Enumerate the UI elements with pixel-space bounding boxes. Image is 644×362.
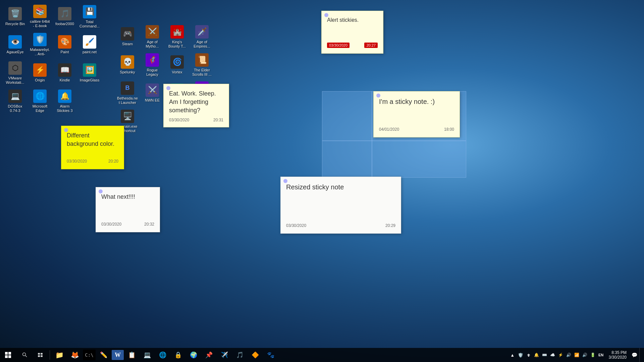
icon-paint-net[interactable]: 🖌️ paint.net <box>78 32 101 58</box>
show-desktop[interactable] <box>639 348 641 362</box>
icon-spelunky[interactable]: 💀 Spelunky <box>116 52 139 78</box>
sticky-footer-im: 04/01/2020 18:00 <box>379 127 454 132</box>
taskbar-task-view[interactable] <box>33 348 48 362</box>
tray-icon5[interactable]: 📶 <box>573 351 581 359</box>
sticky-pin-alert <box>324 13 328 17</box>
tray-battery[interactable]: 🔋 <box>589 351 597 359</box>
sticky-note-yellow[interactable]: Different background color. 03/30/2020 2… <box>61 126 124 169</box>
blue-panel-topleft <box>322 91 372 141</box>
sticky-content-whatnext: What next!!!! <box>101 193 154 219</box>
sticky-pin-resized <box>283 179 287 183</box>
sticky-content-yellow: Different background color. <box>67 131 118 156</box>
icon-vmware[interactable]: ⬡ VMware Workstati... <box>3 60 27 86</box>
tray-onedrive[interactable]: ☁️ <box>549 351 556 359</box>
sticky-note-im[interactable]: I'm a sticky note. :) 04/01/2020 18:00 <box>373 91 460 137</box>
tray-volume[interactable]: 🔊 <box>581 351 589 359</box>
icon-vortex[interactable]: 🌀 Vortex <box>165 52 189 78</box>
sticky-pin-whatnext <box>99 189 103 193</box>
sticky-content-im: I'm a sticky note. :) <box>379 97 454 124</box>
icon-empty <box>78 88 101 115</box>
tray-icon2[interactable]: ⌨️ <box>541 351 548 359</box>
sticky-note-eat-work[interactable]: Eat. Work. Sleep. Am I forgetting someth… <box>163 84 229 127</box>
tray-antivirus[interactable]: 🛡️ <box>517 351 524 359</box>
taskbar-firefox[interactable]: 🦊 <box>67 348 82 362</box>
svg-rect-3 <box>8 355 11 358</box>
blue-panel-bottomright <box>372 141 466 178</box>
svg-point-4 <box>23 353 26 356</box>
sticky-date-eat: 03/30/2020 <box>169 118 189 122</box>
tray-icon1[interactable]: 🔔 <box>533 351 540 359</box>
sticky-note-alert[interactable]: Alert stickies. 03/30/2020 20:27 <box>321 11 383 54</box>
taskbar-icons: 📁 🦊 C:\ ✏️ W 📋 💻 🌐 🔒 🌍 📌 ✈️ 🎵 🔶 🐾 <box>16 348 279 362</box>
sticky-time-eat: 20:31 <box>213 118 223 122</box>
svg-rect-2 <box>5 355 8 358</box>
icon-alarm-stickies[interactable]: 🔔 Alarm Stickies 3 <box>53 88 76 115</box>
taskbar-icon-folder2[interactable]: 📋 <box>124 348 139 362</box>
blue-panel-bottomleft <box>322 141 372 178</box>
sticky-time-im: 18:00 <box>444 127 454 132</box>
action-center[interactable]: 💬 <box>631 351 638 359</box>
sticky-time-badge-alert: 20:27 <box>364 43 378 48</box>
icon-bethesda[interactable]: B Bethesda.net Launcher <box>116 80 139 107</box>
sticky-footer-yellow: 03/30/2020 20:20 <box>67 159 118 164</box>
tray-network[interactable] <box>525 351 532 359</box>
icon-dosbox[interactable]: 💻 DOSBox 0.74-3 <box>3 88 27 115</box>
taskbar-tray: ▲ 🛡️ 🔔 ⌨️ ☁️ ⚡ 🔊 📶 🔊 🔋 EN 8:35 PM 3/30/2… <box>506 348 644 362</box>
sticky-note-resized[interactable]: Resized sticky note 03/30/2020 20:29 <box>280 177 401 234</box>
sticky-pin-im <box>376 94 380 98</box>
taskbar-shield[interactable]: 🔒 <box>171 348 185 362</box>
icon-age-mythology[interactable]: ⚔️ Age of Mytho... <box>141 23 164 50</box>
clock-time: 8:35 PM <box>611 350 627 355</box>
icon-total-commander[interactable]: 💾 Total Command... <box>78 3 101 30</box>
sticky-time-whatnext: 20:32 <box>144 222 154 227</box>
svg-rect-0 <box>5 352 8 355</box>
icon-recycle-bin[interactable]: 🗑️ Recycle Bin <box>3 3 27 30</box>
icon-rogue-legacy[interactable]: 🦸 Rogue Legacy <box>141 52 164 78</box>
icon-edge[interactable]: 🌐 Microsoft Edge <box>28 88 52 115</box>
tray-keyboard-layout[interactable]: EN <box>597 351 605 359</box>
taskbar-music[interactable]: 🎵 <box>232 348 247 362</box>
taskbar-browser2[interactable]: 🌍 <box>186 348 201 362</box>
taskbar-browser[interactable]: 🌐 <box>155 348 170 362</box>
tray-icons: ▲ 🛡️ 🔔 ⌨️ ☁️ ⚡ 🔊 📶 🔊 🔋 EN <box>509 351 605 359</box>
sticky-footer-eat: 03/30/2020 20:31 <box>169 118 223 122</box>
sticky-content-resized: Resized sticky note <box>286 182 395 221</box>
icon-kindle[interactable]: 📖 Kindle <box>53 60 76 86</box>
start-button[interactable] <box>0 348 16 362</box>
sticky-note-what-next[interactable]: What next!!!! 03/30/2020 20:32 <box>96 187 160 232</box>
icon-foobar[interactable]: 🎵 foobar2000 <box>53 3 76 30</box>
taskbar-pin[interactable]: 📌 <box>202 348 216 362</box>
sticky-content-alert: Alert stickies. <box>327 16 378 41</box>
taskbar-telegram[interactable]: ✈️ <box>217 348 232 362</box>
icon-agaueeye[interactable]: 👁️ AgaueEye <box>3 32 27 58</box>
sticky-date-im: 04/01/2020 <box>379 127 399 132</box>
icon-imageglass[interactable]: 🖼️ ImageGlass <box>78 60 101 86</box>
icon-steam[interactable]: 🎮 Steam <box>116 23 139 50</box>
svg-rect-8 <box>38 355 40 357</box>
icon-age-empires[interactable]: 🗡️ Age of Empires... <box>190 23 214 50</box>
icon-kings-bounty[interactable]: 🏰 King's Bounty T... <box>165 23 189 50</box>
taskbar-search[interactable] <box>17 348 32 362</box>
tray-up-arrow[interactable]: ▲ <box>509 351 516 359</box>
icon-calibre[interactable]: 📚 calibre 64bit - E-book ma... <box>28 3 52 30</box>
svg-rect-7 <box>41 353 43 355</box>
taskbar-stickies[interactable]: 🐾 <box>263 348 278 362</box>
icon-nwn-ee[interactable]: ⚔️ NWN EE <box>141 80 164 107</box>
taskbar-word[interactable]: W <box>112 350 124 360</box>
taskbar-vlc[interactable]: 🔶 <box>248 348 263 362</box>
svg-rect-9 <box>41 355 43 357</box>
svg-rect-6 <box>38 353 40 355</box>
sticky-time-resized: 20:29 <box>385 223 395 228</box>
icon-paint[interactable]: 🎨 Paint <box>53 32 76 58</box>
taskbar-terminal[interactable]: C:\ <box>83 350 96 360</box>
taskbar-computer[interactable]: 💻 <box>140 348 155 362</box>
icon-malwarebytes[interactable]: 🛡️ Malwarebyt... Anti-Malware <box>28 32 52 58</box>
taskbar-clock[interactable]: 8:35 PM 3/30/2020 <box>606 348 629 362</box>
taskbar-file-explorer[interactable]: 📁 <box>52 348 67 362</box>
icon-elder-scrolls[interactable]: 📜 The Elder Scrolls III ... <box>190 52 214 78</box>
tray-icon3[interactable]: ⚡ <box>557 351 565 359</box>
tray-icon4[interactable]: 🔊 <box>565 351 573 359</box>
sticky-date-yellow: 03/30/2020 <box>67 159 87 164</box>
taskbar-icon-pen[interactable]: ✏️ <box>96 348 111 362</box>
icon-origin[interactable]: ⚡ Origin <box>28 60 52 86</box>
